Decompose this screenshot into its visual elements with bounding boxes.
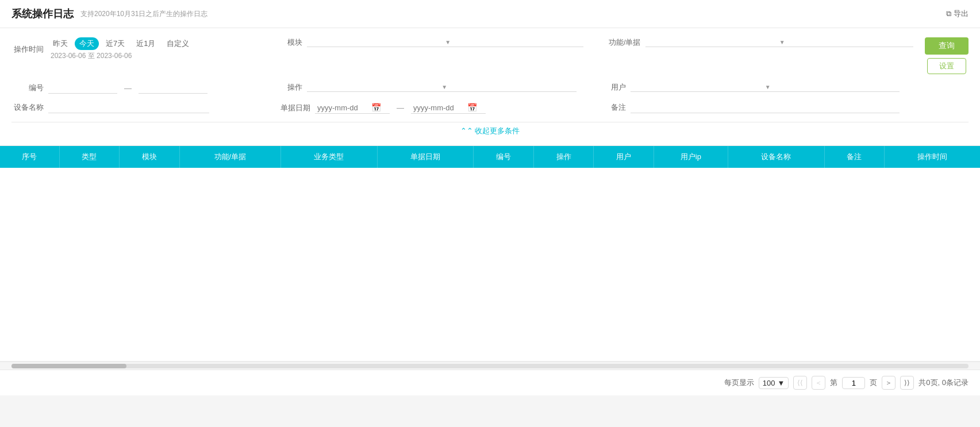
collapse-bar[interactable]: ⌃⌃ 收起更多条件 (11, 122, 969, 140)
page-size-dropdown-icon: ▼ (777, 379, 785, 387)
col-function: 功能/单据 (179, 146, 280, 168)
voucher-date-end-input[interactable] (413, 103, 465, 112)
module-filter: 模块 ▼ (253, 37, 583, 48)
page-header: 系统操作日志 支持2020年10月31日之后产生的操作日志 ⧉ 导出 (0, 0, 980, 28)
export-icon: ⧉ (946, 9, 951, 18)
page-size-value: 100 (763, 379, 775, 387)
operation-select[interactable]: ▼ (307, 83, 577, 92)
filter-row-1: 操作时间 昨天 今天 近7天 近1月 自定义 2023-06-06 至 2023… (11, 37, 969, 74)
filter-row-3: 设备名称 单据日期 📅 — 📅 备注 (11, 102, 969, 114)
device-filter: 设备名称 (11, 102, 253, 113)
page-size-label: 每页显示 (724, 378, 754, 388)
table-area: 序号 类型 模块 功能/单据 业务类型 单据日期 编号 操作 用户 用户ip 设… (0, 146, 980, 361)
time-buttons: 昨天 今天 近7天 近1月 自定义 (48, 37, 194, 50)
col-type: 类型 (59, 146, 119, 168)
empty-cell (0, 168, 980, 361)
remark-filter: 备注 (577, 102, 900, 113)
number-label: 编号 (11, 83, 44, 93)
col-module: 模块 (120, 146, 179, 168)
col-user: 用户 (594, 146, 654, 168)
filter-area: 操作时间 昨天 今天 近7天 近1月 自定义 2023-06-06 至 2023… (0, 28, 980, 146)
voucher-date-label: 单据日期 (270, 103, 310, 113)
scrollbar-area (0, 361, 980, 370)
function-dropdown-icon: ▼ (779, 39, 911, 45)
user-label: 用户 (594, 82, 626, 93)
page-number-input[interactable] (842, 377, 865, 389)
device-input[interactable] (48, 102, 209, 113)
voucher-date-start-wrap[interactable]: 📅 (315, 102, 390, 114)
voucher-date-start-input[interactable] (317, 103, 369, 112)
time-btn-7days[interactable]: 近7天 (101, 37, 129, 50)
query-button[interactable]: 查询 (925, 37, 969, 55)
page-subtitle: 支持2020年10月31日之后产生的操作日志 (80, 9, 207, 19)
operation-label: 操作 (270, 82, 302, 93)
date-range-text: 2023-06-06 至 2023-06-06 (51, 51, 194, 61)
module-select[interactable]: ▼ (307, 38, 583, 47)
empty-row (0, 168, 980, 361)
number-input-start[interactable] (48, 82, 117, 94)
function-select[interactable]: ▼ (645, 38, 914, 47)
remark-label: 备注 (594, 102, 626, 113)
user-dropdown-icon: ▼ (765, 84, 897, 90)
time-btn-today[interactable]: 今天 (75, 37, 99, 50)
col-number: 编号 (474, 146, 533, 168)
collapse-label: 收起更多条件 (475, 126, 520, 135)
number-filter: 编号 — (11, 82, 253, 94)
user-select[interactable]: ▼ (631, 83, 900, 92)
action-buttons: 查询 设置 (925, 37, 969, 74)
remark-input[interactable] (631, 102, 900, 113)
page-size-select[interactable]: 100 ▼ (759, 377, 789, 389)
settings-button[interactable]: 设置 (927, 58, 966, 74)
voucher-date-filter: 单据日期 📅 — 📅 (253, 102, 577, 114)
col-remark: 备注 (824, 146, 884, 168)
user-filter: 用户 ▼ (577, 82, 900, 93)
voucher-date-end-wrap[interactable]: 📅 (411, 102, 486, 114)
col-voucher-date: 单据日期 (377, 146, 474, 168)
scrollbar-track[interactable] (11, 364, 969, 368)
calendar-end-icon[interactable]: 📅 (467, 103, 477, 112)
function-filter: 功能/单据 ▼ (583, 37, 914, 48)
page-unit: 页 (870, 378, 877, 388)
col-seq: 序号 (0, 146, 59, 168)
module-label: 模块 (270, 37, 302, 48)
prev-page-button[interactable]: ＜ (812, 376, 825, 390)
page-total: 共0页, 0条记录 (918, 378, 969, 388)
module-dropdown-icon: ▼ (445, 39, 581, 45)
col-operation: 操作 (533, 146, 593, 168)
next-page-button[interactable]: ＞ (882, 376, 896, 390)
page-title: 系统操作日志 (11, 7, 74, 21)
filter-row-2: 编号 — 操作 ▼ 用户 ▼ (11, 82, 969, 94)
time-btn-yesterday[interactable]: 昨天 (48, 37, 72, 50)
time-btn-custom[interactable]: 自定义 (162, 37, 194, 50)
export-label: 导出 (954, 9, 969, 19)
export-button[interactable]: ⧉ 导出 (946, 9, 969, 19)
table-header: 序号 类型 模块 功能/单据 业务类型 单据日期 编号 操作 用户 用户ip 设… (0, 146, 980, 168)
first-page-button[interactable]: ⟨⟨ (793, 376, 807, 390)
device-label: 设备名称 (11, 102, 44, 113)
col-user-ip: 用户ip (654, 146, 728, 168)
date-separator: — (397, 103, 404, 112)
col-op-time: 操作时间 (884, 146, 980, 168)
table-body (0, 168, 980, 361)
col-device: 设备名称 (728, 146, 824, 168)
operation-dropdown-icon: ▼ (441, 84, 574, 90)
collapse-icon: ⌃⌃ (460, 126, 473, 135)
time-btn-1month[interactable]: 近1月 (132, 37, 160, 50)
calendar-start-icon[interactable]: 📅 (371, 103, 381, 112)
time-label: 操作时间 (11, 44, 44, 55)
scrollbar-thumb[interactable] (11, 364, 126, 368)
function-label: 功能/单据 (601, 37, 641, 48)
last-page-button[interactable]: ⟩⟩ (900, 376, 914, 390)
page-word: 第 (830, 378, 837, 388)
pagination: 每页显示 100 ▼ ⟨⟨ ＜ 第 页 ＞ ⟩⟩ 共0页, 0条记录 (0, 370, 980, 395)
number-dash: — (124, 84, 132, 93)
col-biz-type: 业务类型 (281, 146, 378, 168)
empty-area (5, 172, 975, 356)
operation-filter: 操作 ▼ (253, 82, 577, 93)
number-input-end[interactable] (139, 82, 207, 94)
time-filter: 操作时间 昨天 今天 近7天 近1月 自定义 2023-06-06 至 2023… (11, 37, 253, 61)
data-table: 序号 类型 模块 功能/单据 业务类型 单据日期 编号 操作 用户 用户ip 设… (0, 146, 980, 361)
